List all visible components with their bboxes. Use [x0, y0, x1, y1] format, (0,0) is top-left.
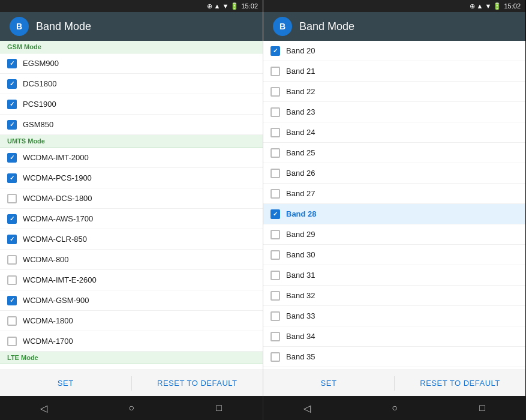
list-item[interactable]: Band 35 [263, 347, 525, 367]
left-reset-button[interactable]: Reset to default [132, 370, 263, 396]
right-recents-button[interactable] [464, 396, 500, 420]
list-item[interactable]: Band 24 [263, 122, 525, 143]
lte-section-header: LTE Mode [0, 352, 263, 364]
list-item[interactable]: Band 28 [263, 204, 525, 224]
right-app-icon: B [273, 17, 292, 36]
checkbox-band34[interactable] [270, 332, 280, 341]
checkbox-wcdma-1800[interactable] [7, 316, 17, 326]
checkbox-band26[interactable] [270, 169, 280, 178]
list-item[interactable]: Band 31 [263, 265, 525, 286]
list-item[interactable]: Band 30 [263, 245, 525, 265]
checkbox-band24[interactable] [270, 128, 280, 137]
checkbox-band28[interactable] [270, 209, 280, 219]
list-item[interactable]: WCDMA-AWS-1700 [0, 209, 263, 229]
checkbox-wcdma-clr850[interactable] [7, 235, 17, 244]
list-item[interactable]: Band 29 [263, 224, 525, 245]
checkbox-egsm900[interactable] [7, 59, 17, 68]
label-band23: Band 23 [286, 107, 315, 116]
list-item[interactable]: Band 32 [263, 286, 525, 306]
list-item[interactable]: Band 27 [263, 184, 525, 204]
label-band20: Band 20 [286, 46, 315, 55]
label-wcdma-pcs1900: WCDMA-PCS-1900 [23, 173, 92, 182]
left-status-icons: ⊕ ▲ ▼ 🔋 [207, 2, 239, 10]
label-dcs1800: DCS1800 [23, 79, 56, 88]
right-time: 15:02 [504, 2, 521, 10]
checkbox-wcdma-pcs1900[interactable] [7, 173, 17, 183]
left-recents-button[interactable] [201, 396, 237, 420]
right-reset-button[interactable]: Reset to default [395, 370, 525, 396]
left-scroll-area[interactable]: GSM Mode EGSM900 DCS1800 PCS1900 GSM850 … [0, 41, 263, 370]
list-item[interactable]: WCDMA-IMT-2000 [0, 148, 263, 168]
checkbox-band31[interactable] [270, 271, 280, 280]
list-item[interactable]: Band 22 [263, 82, 525, 102]
label-band22: Band 22 [286, 87, 315, 96]
list-item[interactable]: WCDMA-GSM-900 [0, 290, 263, 311]
list-item[interactable]: Band 34 [263, 326, 525, 347]
list-item[interactable]: Band 23 [263, 102, 525, 122]
checkbox-band22[interactable] [270, 87, 280, 97]
checkbox-wcdma-800[interactable] [7, 255, 17, 265]
left-panel: ⊕ ▲ ▼ 🔋 15:02 B Band Mode GSM Mode EGSM9… [0, 0, 263, 396]
list-item[interactable]: PCS1900 [0, 94, 263, 115]
label-egsm900: EGSM900 [23, 59, 59, 68]
checkbox-band20[interactable] [270, 46, 280, 56]
right-home-button[interactable] [377, 396, 413, 420]
list-item[interactable]: Band 26 [263, 163, 525, 184]
list-item[interactable]: Band 21 [263, 61, 525, 82]
checkbox-wcdma-gsm900[interactable] [7, 296, 17, 305]
label-band29: Band 29 [286, 230, 315, 239]
list-item[interactable]: WCDMA-CLR-850 [0, 229, 263, 250]
list-item[interactable]: WCDMA-DCS-1800 [0, 188, 263, 209]
left-status-bar: ⊕ ▲ ▼ 🔋 15:02 [0, 0, 263, 12]
right-panel: ⊕ ▲ ▼ 🔋 15:02 B Band Mode Band 20 Band 2… [263, 0, 525, 396]
checkbox-band30[interactable] [270, 250, 280, 260]
checkbox-band35[interactable] [270, 352, 280, 362]
list-item[interactable]: WCDMA-1800 [0, 311, 263, 331]
list-item[interactable]: DCS1800 [0, 74, 263, 94]
checkbox-band33[interactable] [270, 311, 280, 321]
right-app-bar: B Band Mode [263, 12, 525, 41]
list-item[interactable]: Band 20 [263, 41, 525, 61]
list-item[interactable]: WCDMA-IMT-E-2600 [0, 270, 263, 290]
label-band25: Band 25 [286, 148, 315, 157]
left-set-button[interactable]: SET [0, 370, 131, 396]
left-home-button[interactable] [113, 396, 149, 420]
list-item[interactable]: EGSM900 [0, 53, 263, 74]
label-wcdma-1800: WCDMA-1800 [23, 316, 73, 325]
right-scroll-area[interactable]: Band 20 Band 21 Band 22 Band 23 Band 24 … [263, 41, 525, 370]
checkbox-dcs1800[interactable] [7, 79, 17, 89]
list-item[interactable]: GSM850 [0, 115, 263, 135]
left-time: 15:02 [241, 2, 258, 10]
checkbox-band32[interactable] [270, 291, 280, 301]
right-set-button[interactable]: SET [263, 370, 394, 396]
label-wcdma-gsm900: WCDMA-GSM-900 [23, 296, 89, 305]
list-item[interactable]: Band 25 [263, 143, 525, 163]
label-band31: Band 31 [286, 271, 315, 280]
left-bottom-bar: SET Reset to default [0, 370, 263, 396]
checkbox-band21[interactable] [270, 67, 280, 76]
list-item[interactable]: Band 33 [263, 306, 525, 326]
right-back-button[interactable] [289, 396, 325, 420]
list-item[interactable]: Band 1 [0, 364, 263, 370]
checkbox-wcdma-aws1700[interactable] [7, 214, 17, 224]
checkbox-wcdma-dcs1800[interactable] [7, 194, 17, 203]
list-item[interactable]: WCDMA-1700 [0, 331, 263, 352]
list-item[interactable]: WCDMA-PCS-1900 [0, 168, 263, 188]
label-wcdma-dcs1800: WCDMA-DCS-1800 [23, 194, 92, 203]
checkbox-gsm850[interactable] [7, 120, 17, 130]
checkbox-band29[interactable] [270, 230, 280, 239]
label-band24: Band 24 [286, 128, 315, 137]
label-wcdma-1700: WCDMA-1700 [23, 337, 73, 346]
checkbox-band27[interactable] [270, 189, 280, 199]
label-band21: Band 21 [286, 67, 315, 76]
checkbox-wcdma-imte2600[interactable] [7, 275, 17, 285]
checkbox-pcs1900[interactable] [7, 100, 17, 109]
list-item[interactable]: WCDMA-800 [0, 250, 263, 270]
left-back-button[interactable] [26, 396, 62, 420]
label-band26: Band 26 [286, 169, 315, 178]
checkbox-wcdma-1700[interactable] [7, 337, 17, 346]
checkbox-band25[interactable] [270, 148, 280, 158]
checkbox-wcdma-imt2000[interactable] [7, 153, 17, 163]
checkbox-band23[interactable] [270, 107, 280, 117]
label-band28: Band 28 [286, 209, 317, 218]
